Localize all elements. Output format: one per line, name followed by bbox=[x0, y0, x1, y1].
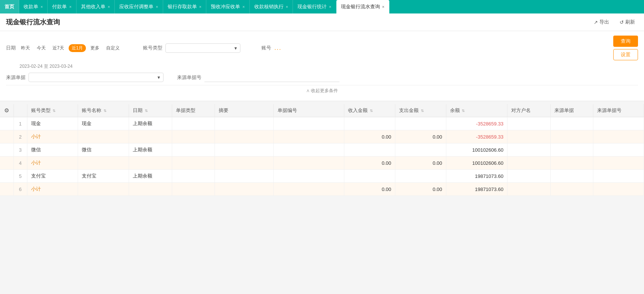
row-num-cell: 2 bbox=[14, 130, 27, 143]
row-summary bbox=[215, 157, 274, 170]
row-doc-number bbox=[273, 130, 344, 143]
row-doc-type bbox=[172, 117, 215, 130]
receipts-tab-close[interactable]: × bbox=[41, 4, 43, 9]
row-expense bbox=[395, 143, 446, 157]
col-gear[interactable]: ⚙ bbox=[0, 104, 14, 117]
table-row: 4小计0.000.00100102606.60 bbox=[0, 157, 644, 170]
row-balance: 19871073.60 bbox=[446, 170, 507, 183]
col-doc-number[interactable]: 单据编号 bbox=[273, 104, 344, 117]
date-btn-1month[interactable]: 近1月 bbox=[69, 44, 86, 52]
date-btn-custom[interactable]: 自定义 bbox=[104, 44, 122, 52]
row-source-doc-num bbox=[593, 170, 644, 183]
date-btn-today[interactable]: 今天 bbox=[35, 44, 48, 52]
date-btn-more[interactable]: 更多 bbox=[88, 44, 102, 52]
gear-icon[interactable]: ⚙ bbox=[4, 107, 9, 113]
date-btn-yesterday[interactable]: 昨天 bbox=[19, 44, 32, 52]
row-account-name bbox=[78, 130, 129, 143]
advance-offset-tab-label: 预收冲应收单 bbox=[211, 3, 240, 10]
col-date[interactable]: 日期 ⇅ bbox=[129, 104, 172, 117]
nav-tab-cash-bank-stats[interactable]: 现金银行统计 × bbox=[293, 0, 336, 13]
nav-tab-other-income[interactable]: 其他收入单 × bbox=[77, 0, 115, 13]
date-btn-7days[interactable]: 近7天 bbox=[50, 44, 66, 52]
table-row: 6小计0.000.0019871073.60 bbox=[0, 183, 644, 196]
cash-bank-flow-tab-close[interactable]: × bbox=[382, 4, 384, 9]
nav-tab-write-off[interactable]: 收款核销执行 × bbox=[250, 0, 293, 13]
sort-income-icon: ⇅ bbox=[370, 109, 373, 113]
export-button[interactable]: ↗ 导出 bbox=[591, 17, 612, 27]
sort-account-type-icon: ⇅ bbox=[53, 109, 56, 113]
collapse-label: 收起更多条件 bbox=[311, 88, 338, 93]
row-doc-number bbox=[273, 143, 344, 157]
nav-tab-home[interactable]: 首页 bbox=[0, 0, 19, 13]
col-source-doc[interactable]: 来源单据 bbox=[550, 104, 593, 117]
col-expense[interactable]: 支出金额 ⇅ bbox=[395, 104, 446, 117]
col-date-label: 日期 bbox=[133, 107, 143, 113]
col-summary[interactable]: 摘要 bbox=[215, 104, 274, 117]
row-source-doc-num bbox=[593, 143, 644, 157]
col-source-doc-num[interactable]: 来源单据号 bbox=[593, 104, 644, 117]
row-income bbox=[344, 117, 395, 130]
row-doc-type bbox=[172, 130, 215, 143]
col-counterparty[interactable]: 对方户名 bbox=[507, 104, 550, 117]
account-type-chevron-icon: ▾ bbox=[234, 45, 237, 51]
payments-tab-label: 付款单 bbox=[52, 3, 67, 10]
bank-deposits-tab-close[interactable]: × bbox=[199, 4, 201, 9]
source-doc-num-label: 来源单据号 bbox=[177, 74, 201, 81]
row-balance: -3528659.33 bbox=[446, 130, 507, 143]
source-doc-num-input[interactable] bbox=[204, 73, 339, 82]
row-doc-number bbox=[273, 117, 344, 130]
row-gear-cell bbox=[0, 157, 14, 170]
nav-tab-cash-bank-flow[interactable]: 现金银行流水查询 × bbox=[336, 0, 389, 13]
nav-tab-receipts[interactable]: 收款单 × bbox=[19, 0, 48, 13]
table-row: 2小计0.000.00-3528659.33 bbox=[0, 130, 644, 143]
col-income[interactable]: 收入金额 ⇅ bbox=[344, 104, 395, 117]
nav-tab-adjustments[interactable]: 应收应付调整单 × bbox=[115, 0, 163, 13]
row-num-cell: 5 bbox=[14, 170, 27, 183]
cash-bank-stats-tab-close[interactable]: × bbox=[329, 4, 331, 9]
col-balance[interactable]: 余额 ⇅ bbox=[446, 104, 507, 117]
page-title: 现金银行流水查询 bbox=[6, 18, 60, 27]
refresh-button[interactable]: ↺ 刷新 bbox=[617, 17, 638, 27]
col-doc-type[interactable]: 单据类型 bbox=[172, 104, 215, 117]
account-dots-button[interactable]: ... bbox=[274, 45, 281, 51]
row-gear-cell bbox=[0, 117, 14, 130]
adjustments-tab-close[interactable]: × bbox=[156, 4, 158, 9]
col-row-num bbox=[14, 104, 27, 117]
row-account-type: 微信 bbox=[27, 143, 78, 157]
row-income bbox=[344, 143, 395, 157]
nav-tab-advance-offset[interactable]: 预收冲应收单 × bbox=[206, 0, 249, 13]
other-income-tab-close[interactable]: × bbox=[108, 4, 110, 9]
payments-tab-close[interactable]: × bbox=[69, 4, 71, 9]
row-gear-cell bbox=[0, 170, 14, 183]
data-table-container: ⚙ 账号类型 ⇅ 账号名称 ⇅ 日期 ⇅ 单据类型 bbox=[0, 104, 644, 196]
source-doc-select[interactable]: ▾ bbox=[29, 73, 164, 82]
row-expense bbox=[395, 117, 446, 130]
collapse-bar[interactable]: ∧ 收起更多条件 bbox=[6, 85, 638, 96]
nav-tab-payments[interactable]: 付款单 × bbox=[48, 0, 76, 13]
account-type-select[interactable]: ▾ bbox=[165, 43, 240, 53]
query-button[interactable]: 查询 bbox=[613, 36, 638, 47]
row-summary bbox=[215, 117, 274, 130]
col-account-name[interactable]: 账号名称 ⇅ bbox=[78, 104, 129, 117]
row-expense: 0.00 bbox=[395, 183, 446, 196]
row-source-doc bbox=[550, 183, 593, 196]
row-doc-type bbox=[172, 143, 215, 157]
date-range-display: 2023-02-24 至 2023-03-24 bbox=[6, 63, 638, 70]
receipts-tab-label: 收款单 bbox=[24, 3, 38, 10]
nav-tab-bank-deposits[interactable]: 银行存取款单 × bbox=[163, 0, 206, 13]
source-doc-filter: 来源单据 ▾ bbox=[6, 73, 164, 82]
write-off-tab-close[interactable]: × bbox=[286, 4, 288, 9]
row-summary bbox=[215, 170, 274, 183]
row-num-cell: 6 bbox=[14, 183, 27, 196]
advance-offset-tab-close[interactable]: × bbox=[242, 4, 245, 9]
row-source-doc bbox=[550, 143, 593, 157]
source-doc-label: 来源单据 bbox=[6, 74, 26, 81]
row-account-type: 小计 bbox=[27, 157, 78, 170]
row-doc-type bbox=[172, 183, 215, 196]
col-summary-label: 摘要 bbox=[219, 107, 228, 113]
col-doc-type-label: 单据类型 bbox=[176, 107, 195, 113]
account-type-label: 账号类型 bbox=[143, 45, 162, 51]
setting-button[interactable]: 设置 bbox=[613, 49, 638, 60]
row-source-doc-num bbox=[593, 117, 644, 130]
col-account-type[interactable]: 账号类型 ⇅ bbox=[27, 104, 78, 117]
